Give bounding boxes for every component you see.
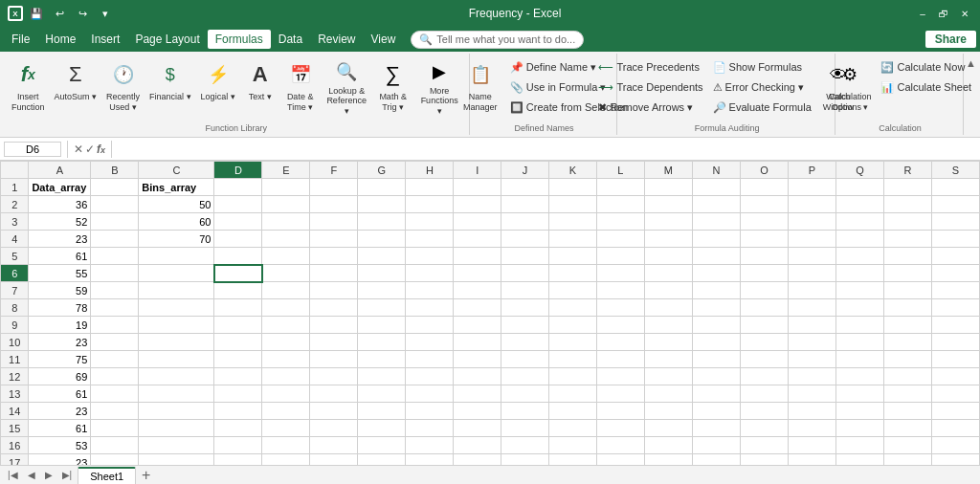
cell-O17[interactable] bbox=[740, 454, 788, 466]
cell-O16[interactable] bbox=[740, 437, 788, 454]
cell-O14[interactable] bbox=[740, 403, 788, 420]
cell-M17[interactable] bbox=[644, 454, 692, 466]
share-button[interactable]: Share bbox=[925, 31, 976, 48]
cell-M16[interactable] bbox=[644, 437, 692, 454]
logical-button[interactable]: ⚡ Logical ▾ bbox=[197, 55, 239, 119]
cell-F14[interactable] bbox=[310, 403, 358, 420]
cell-P10[interactable] bbox=[788, 334, 835, 351]
cell-O13[interactable] bbox=[740, 385, 788, 403]
show-formulas-button[interactable]: 📄 Show Formulas bbox=[709, 57, 815, 77]
cell-M8[interactable] bbox=[644, 299, 692, 317]
cell-D17[interactable] bbox=[214, 454, 262, 466]
cell-M6[interactable] bbox=[644, 265, 692, 282]
lookup-reference-button[interactable]: 🔍 Lookup &Reference ▾ bbox=[322, 55, 372, 119]
cell-L3[interactable] bbox=[596, 213, 644, 231]
cell-Q2[interactable] bbox=[835, 196, 883, 213]
cell-N6[interactable] bbox=[692, 265, 740, 282]
calculate-now-button[interactable]: 🔄 Calculate Now bbox=[877, 57, 975, 77]
col-header-O[interactable]: O bbox=[740, 162, 788, 179]
row-header-16[interactable]: 16 bbox=[1, 437, 29, 454]
cell-B16[interactable] bbox=[91, 437, 139, 454]
cell-I8[interactable] bbox=[454, 299, 501, 317]
cell-C2[interactable]: 50 bbox=[139, 196, 214, 213]
cell-H7[interactable] bbox=[406, 282, 454, 299]
cell-J7[interactable] bbox=[501, 282, 549, 299]
cell-K9[interactable] bbox=[548, 317, 596, 334]
cell-I17[interactable] bbox=[454, 454, 501, 466]
cell-N14[interactable] bbox=[692, 403, 740, 420]
row-header-3[interactable]: 3 bbox=[1, 213, 29, 231]
cell-M2[interactable] bbox=[644, 196, 692, 213]
row-header-8[interactable]: 8 bbox=[1, 299, 29, 317]
cell-R12[interactable] bbox=[883, 368, 931, 385]
cell-A1[interactable]: Data_array bbox=[29, 179, 91, 196]
minimize-button[interactable]: – bbox=[915, 6, 930, 21]
menu-insert[interactable]: Insert bbox=[83, 30, 127, 49]
cell-A6[interactable]: 55 bbox=[29, 265, 91, 282]
formula-input[interactable] bbox=[118, 143, 976, 155]
cell-P12[interactable] bbox=[788, 368, 835, 385]
cell-B2[interactable] bbox=[91, 196, 139, 213]
cell-L15[interactable] bbox=[596, 420, 644, 437]
cell-D13[interactable] bbox=[214, 385, 262, 403]
cell-R9[interactable] bbox=[883, 317, 931, 334]
col-header-N[interactable]: N bbox=[692, 162, 740, 179]
cell-J4[interactable] bbox=[501, 231, 549, 248]
cell-B5[interactable] bbox=[91, 248, 139, 265]
cell-H9[interactable] bbox=[406, 317, 454, 334]
cell-I10[interactable] bbox=[454, 334, 501, 351]
row-header-4[interactable]: 4 bbox=[1, 231, 29, 248]
cell-H12[interactable] bbox=[406, 368, 454, 385]
cell-G13[interactable] bbox=[358, 385, 406, 403]
cell-F2[interactable] bbox=[310, 196, 358, 213]
col-header-P[interactable]: P bbox=[788, 162, 835, 179]
cell-I2[interactable] bbox=[454, 196, 501, 213]
cell-P2[interactable] bbox=[788, 196, 835, 213]
cell-P16[interactable] bbox=[788, 437, 835, 454]
cell-F7[interactable] bbox=[310, 282, 358, 299]
cell-N1[interactable] bbox=[692, 179, 740, 196]
cell-M13[interactable] bbox=[644, 385, 692, 403]
cell-S8[interactable] bbox=[931, 299, 979, 317]
cell-D1[interactable] bbox=[214, 179, 262, 196]
cell-N10[interactable] bbox=[692, 334, 740, 351]
cell-A7[interactable]: 59 bbox=[29, 282, 91, 299]
cell-Q8[interactable] bbox=[835, 299, 883, 317]
cell-N13[interactable] bbox=[692, 385, 740, 403]
cell-A8[interactable]: 78 bbox=[29, 299, 91, 317]
cell-H2[interactable] bbox=[406, 196, 454, 213]
cell-G12[interactable] bbox=[358, 368, 406, 385]
cell-R7[interactable] bbox=[883, 282, 931, 299]
cell-A13[interactable]: 61 bbox=[29, 385, 91, 403]
cell-B10[interactable] bbox=[91, 334, 139, 351]
cell-I16[interactable] bbox=[454, 437, 501, 454]
cell-D9[interactable] bbox=[214, 317, 262, 334]
cell-D5[interactable] bbox=[214, 248, 262, 265]
cell-S1[interactable] bbox=[931, 179, 979, 196]
cell-S3[interactable] bbox=[931, 213, 979, 231]
row-header-10[interactable]: 10 bbox=[1, 334, 29, 351]
cell-S9[interactable] bbox=[931, 317, 979, 334]
cell-C5[interactable] bbox=[139, 248, 214, 265]
col-header-C[interactable]: C bbox=[139, 162, 214, 179]
cell-A4[interactable]: 23 bbox=[29, 231, 91, 248]
collapse-ribbon-button[interactable]: ▲ bbox=[966, 57, 976, 69]
cell-G8[interactable] bbox=[358, 299, 406, 317]
col-header-G[interactable]: G bbox=[358, 162, 406, 179]
cell-M11[interactable] bbox=[644, 351, 692, 368]
cell-G7[interactable] bbox=[358, 282, 406, 299]
cell-O2[interactable] bbox=[740, 196, 788, 213]
cell-A11[interactable]: 75 bbox=[29, 351, 91, 368]
cell-C1[interactable]: Bins_array bbox=[139, 179, 214, 196]
cell-I7[interactable] bbox=[454, 282, 501, 299]
cell-N8[interactable] bbox=[692, 299, 740, 317]
cell-H17[interactable] bbox=[406, 454, 454, 466]
row-header-6[interactable]: 6 bbox=[1, 265, 29, 282]
cell-J10[interactable] bbox=[501, 334, 549, 351]
cell-R16[interactable] bbox=[883, 437, 931, 454]
cell-G11[interactable] bbox=[358, 351, 406, 368]
cell-F12[interactable] bbox=[310, 368, 358, 385]
cell-S17[interactable] bbox=[931, 454, 979, 466]
cell-O10[interactable] bbox=[740, 334, 788, 351]
cell-E17[interactable] bbox=[262, 454, 310, 466]
